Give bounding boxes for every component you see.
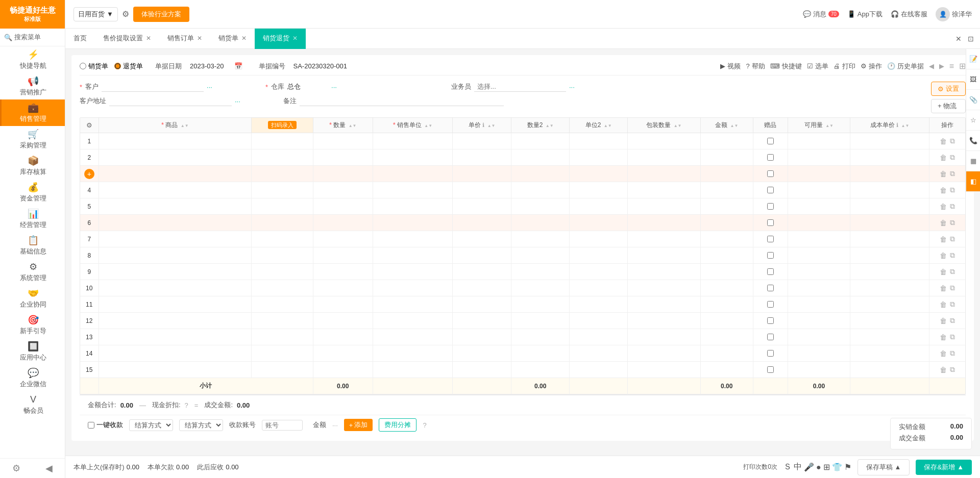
float-attach-btn[interactable]: 📎 <box>966 90 980 110</box>
delete-row-icon[interactable]: 🗑 <box>940 333 947 341</box>
gift-checkbox[interactable] <box>767 170 774 177</box>
product-cell[interactable] <box>99 149 252 166</box>
grid-view-icon[interactable]: ⊞ <box>959 61 966 71</box>
industry-selector[interactable]: 日用百货 ▼ <box>74 7 118 21</box>
copy-row-icon[interactable]: ⧉ <box>950 169 955 178</box>
available-sort-icon[interactable]: ▲▼ <box>825 123 834 128</box>
delete-row-icon[interactable]: 🗑 <box>940 154 947 162</box>
sidebar-item-member[interactable]: V 畅会员 <box>0 391 65 418</box>
price-cell[interactable] <box>453 149 511 166</box>
unit2-cell[interactable] <box>570 133 628 149</box>
unit-cell[interactable] <box>373 133 453 149</box>
save-new-btn[interactable]: 保存&新增 ▲ <box>916 460 972 475</box>
gift-checkbox[interactable] <box>767 317 774 324</box>
cost-price-cell[interactable] <box>850 149 929 166</box>
float-active-btn[interactable]: ◧ <box>966 171 980 192</box>
sidebar-item-operations[interactable]: 📊 经营管理 <box>0 206 65 232</box>
float-qr-btn[interactable]: ▦ <box>966 151 980 171</box>
account-input[interactable] <box>262 420 303 431</box>
qty2-cell[interactable] <box>511 166 570 182</box>
tab-sales-order[interactable]: 销售订单 ✕ <box>159 29 210 49</box>
shortcut-btn[interactable]: ⌨ 快捷键 <box>770 62 802 71</box>
settings-bottom-icon[interactable]: ⚙ <box>12 463 20 474</box>
copy-row-icon[interactable]: ⧉ <box>950 284 955 292</box>
delete-row-icon[interactable]: 🗑 <box>940 349 947 358</box>
tab-sales-return[interactable]: 销货退货 ✕ <box>255 29 306 49</box>
copy-row-icon[interactable]: ⧉ <box>950 267 955 276</box>
settings-btn[interactable]: ⚙ 设置 <box>931 82 966 96</box>
cash-help-icon[interactable]: ? <box>185 401 188 409</box>
pack-qty-cell[interactable] <box>628 166 701 182</box>
s-icon-1[interactable]: Ｓ <box>783 462 792 472</box>
gift-checkbox[interactable] <box>767 219 774 226</box>
gift-checkbox[interactable] <box>767 203 774 210</box>
unit-cell[interactable] <box>373 149 453 166</box>
delete-row-icon[interactable]: 🗑 <box>940 170 947 178</box>
delete-row-icon[interactable]: 🗑 <box>940 203 947 211</box>
history-btn[interactable]: 🕐 历史单据 <box>887 62 924 71</box>
fee-help-icon[interactable]: ? <box>423 421 426 429</box>
qty2-cell[interactable] <box>511 133 570 149</box>
product-sort-icon[interactable]: ▲▼ <box>181 123 189 128</box>
gift-cell[interactable] <box>753 133 788 149</box>
radio-return[interactable]: 退货单 <box>114 62 143 71</box>
operation-btn[interactable]: ⚙ 操作 <box>861 62 882 71</box>
column-settings-icon[interactable]: ⚙ <box>86 121 92 129</box>
price-cell[interactable] <box>453 133 511 149</box>
prev-record-icon[interactable]: ◀ <box>929 62 934 70</box>
tab-close-icon[interactable]: ✕ <box>241 35 247 42</box>
list-view-icon[interactable]: ≡ <box>949 62 954 71</box>
gift-checkbox[interactable] <box>767 334 774 340</box>
customer-input[interactable] <box>102 82 204 92</box>
gift-cell[interactable] <box>753 166 788 182</box>
pack-qty-cell[interactable] <box>628 149 701 166</box>
qty2-sort-icon[interactable]: ▲▼ <box>546 123 554 128</box>
user-profile[interactable]: 👤 徐泽华 <box>936 7 972 21</box>
copy-row-icon[interactable]: ⧉ <box>950 300 955 309</box>
gift-checkbox[interactable] <box>767 285 774 291</box>
salesperson-dots-btn[interactable]: ··· <box>569 83 575 91</box>
gift-checkbox[interactable] <box>767 236 774 242</box>
qty-cell[interactable] <box>313 166 373 182</box>
scan-btn[interactable]: 扫码录入 <box>268 121 297 129</box>
delete-row-icon[interactable]: 🗑 <box>940 317 947 325</box>
delete-row-icon[interactable]: 🗑 <box>940 186 947 194</box>
sidebar-item-purchase[interactable]: 🛒 采购管理 <box>0 126 65 153</box>
gift-checkbox[interactable] <box>767 268 774 275</box>
copy-row-icon[interactable]: ⧉ <box>950 186 955 194</box>
tab-price-setting[interactable]: 售价提取设置 ✕ <box>95 29 159 49</box>
add-payment-btn[interactable]: + 添加 <box>344 419 373 431</box>
col-scan[interactable]: 扫码录入 <box>252 118 313 133</box>
qty2-cell[interactable] <box>511 149 570 166</box>
message-btn[interactable]: 💬 消息 70 <box>803 10 839 19</box>
delete-row-icon[interactable]: 🗑 <box>940 219 947 227</box>
copy-row-icon[interactable]: ⧉ <box>950 235 955 243</box>
available-cell[interactable] <box>788 149 850 166</box>
product-input-active[interactable] <box>102 170 249 178</box>
gift-checkbox[interactable] <box>767 154 774 161</box>
copy-row-icon[interactable]: ⧉ <box>950 365 955 374</box>
delete-row-icon[interactable]: 🗑 <box>940 268 947 276</box>
s-icon-2[interactable]: 中 <box>794 462 802 472</box>
sidebar-item-shortcut[interactable]: ⚡ 快捷导航 <box>0 46 65 73</box>
experience-btn[interactable]: 体验行业方案 <box>133 7 189 22</box>
gift-checkbox[interactable] <box>767 187 774 193</box>
gift-checkbox[interactable] <box>767 350 774 357</box>
settle-method-select[interactable]: 结算方式 <box>129 419 173 431</box>
close-all-tabs-icon[interactable]: ✕ <box>953 34 964 44</box>
unit2-cell[interactable] <box>570 166 628 182</box>
pack-qty-cell[interactable] <box>628 133 701 149</box>
sidebar-item-finance[interactable]: 💰 资金管理 <box>0 179 65 206</box>
s-icon-3[interactable]: 🎤 <box>804 462 814 472</box>
product-cell-active[interactable] <box>99 166 252 182</box>
tab-close-icon[interactable]: ✕ <box>146 35 151 42</box>
cost-price-cell[interactable] <box>850 166 929 182</box>
radio-sales-input[interactable] <box>80 63 86 69</box>
unit2-cell[interactable] <box>570 149 628 166</box>
product-cell[interactable] <box>99 133 252 149</box>
sidebar-item-wechat[interactable]: 💬 企业微信 <box>0 365 65 391</box>
delete-row-icon[interactable]: 🗑 <box>940 235 947 243</box>
cost-price-cell[interactable] <box>850 133 929 149</box>
qty-sort-icon[interactable]: ▲▼ <box>349 123 357 128</box>
s-icon-4[interactable]: ● <box>816 463 821 472</box>
